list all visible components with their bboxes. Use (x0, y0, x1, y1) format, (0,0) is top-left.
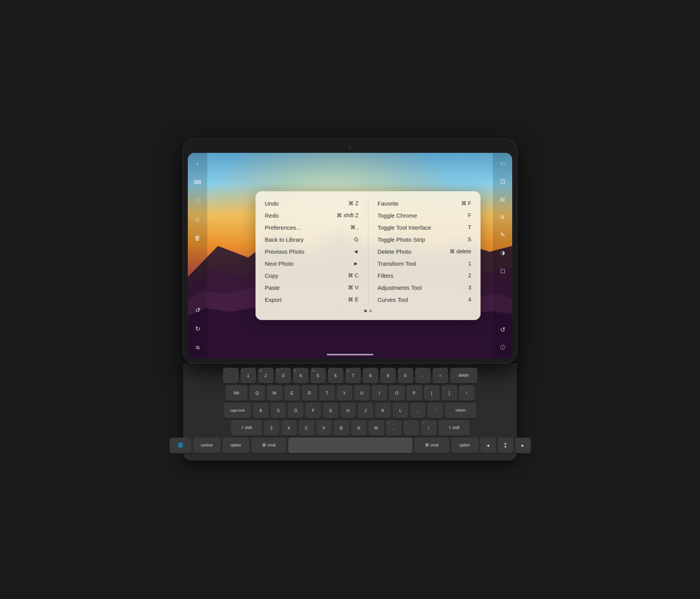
key-bracket-left[interactable]: {[ (424, 385, 440, 401)
key-shift-left[interactable]: ⇧ shift (231, 420, 262, 436)
key-5[interactable]: %5 (310, 368, 326, 383)
key-e[interactable]: E (284, 385, 300, 401)
menu-dot-2[interactable] (369, 310, 372, 312)
menu-item-redo[interactable]: Redo ⌘ shift Z (258, 209, 365, 222)
key-z[interactable]: Z (264, 420, 279, 436)
menu-item-delete-photo[interactable]: Delete Photo ⌘ delete (371, 246, 478, 258)
menu-item-back-to-library[interactable]: Back to Library G (258, 234, 365, 246)
key-space[interactable] (288, 438, 412, 453)
key-quote[interactable]: "' (428, 403, 443, 418)
key-slash[interactable]: ?/ (421, 420, 437, 436)
menu-dot-1[interactable] (364, 310, 367, 312)
key-o[interactable]: O (389, 385, 405, 401)
key-m[interactable]: M (369, 420, 384, 436)
menu-item-undo[interactable]: Undo ⌘ Z (258, 197, 365, 209)
menu-item-favorite[interactable]: Favorite ⌘ F (371, 197, 478, 209)
menu-item-paste[interactable]: Paste ⌘ V (258, 282, 365, 294)
key-x[interactable]: X (281, 420, 297, 436)
key-control[interactable]: control (193, 438, 220, 453)
trash-icon[interactable]: 🗑 (192, 233, 203, 244)
crop-icon[interactable]: ⊡ (497, 176, 508, 187)
menu-item-adjustments-tool[interactable]: Adjustments Tool 3 (371, 282, 478, 294)
key-option-left[interactable]: option (222, 438, 250, 453)
key-q[interactable]: Q (250, 385, 265, 401)
key-4[interactable]: $4 (293, 368, 308, 383)
key-cmd-right[interactable]: ⌘ cmd (414, 438, 449, 453)
key-equals[interactable]: += (433, 368, 448, 383)
key-v[interactable]: V (316, 420, 332, 436)
redo-icon[interactable]: ↻ (192, 324, 203, 334)
key-u[interactable]: U (354, 385, 370, 401)
menu-item-curves-tool[interactable]: Curves Tool 4 (371, 294, 478, 306)
key-j[interactable]: J (358, 403, 373, 418)
menu-item-toggle-tool-interface[interactable]: Toggle Tool Interface T (371, 222, 478, 234)
key-option-right[interactable]: option (451, 438, 478, 453)
key-s[interactable]: S (270, 403, 286, 418)
key-0[interactable]: )0 (398, 368, 413, 383)
sliders-icon[interactable]: ⚙ (497, 212, 508, 223)
key-semicolon[interactable]: :; (410, 403, 426, 418)
menu-item-preferences[interactable]: Preferences… ⌘ , (258, 222, 365, 234)
key-t[interactable]: T (319, 385, 335, 401)
key-w[interactable]: W (267, 385, 282, 401)
key-arrow-updown[interactable]: ▲ ▼ (498, 438, 513, 453)
heart-icon[interactable]: ♡ (192, 196, 203, 206)
layers2-icon[interactable]: ◻ (497, 265, 508, 276)
key-y[interactable]: Y (337, 385, 352, 401)
key-arrow-right[interactable]: ► (515, 438, 531, 453)
key-h[interactable]: H (340, 403, 356, 418)
key-tab[interactable]: tab (226, 385, 248, 401)
key-return[interactable]: return (445, 403, 476, 418)
menu-item-filters[interactable]: Filters 2 (371, 270, 478, 282)
key-cmd-left[interactable]: ⌘ cmd (251, 438, 286, 453)
key-globe[interactable]: 🌐 (170, 438, 191, 453)
key-backtick[interactable]: ~` (223, 368, 239, 383)
back-button[interactable]: ‹ (192, 158, 203, 169)
key-k[interactable]: K (375, 403, 391, 418)
menu-item-toggle-chrome[interactable]: Toggle Chrome F (371, 209, 478, 222)
key-b[interactable]: B (334, 420, 349, 436)
key-a[interactable]: A (253, 403, 269, 418)
key-r[interactable]: R (302, 385, 317, 401)
key-d[interactable]: D (288, 403, 303, 418)
menu-item-copy[interactable]: Copy ⌘ C (258, 270, 365, 282)
key-minus[interactable]: _- (415, 368, 431, 383)
key-shift-right[interactable]: ⇧ shift (438, 420, 470, 436)
key-1[interactable]: !1 (241, 368, 256, 383)
key-n[interactable]: N (351, 420, 367, 436)
key-caps-lock[interactable]: caps lock (224, 403, 251, 418)
menu-item-toggle-photo-strip[interactable]: Toggle Photo Strip S (371, 234, 478, 246)
key-c[interactable]: C (299, 420, 314, 436)
key-2[interactable]: @2 (258, 368, 274, 383)
key-arrow-left[interactable]: ◄ (480, 438, 496, 453)
menu-item-export[interactable]: Export ⌘ E (258, 294, 365, 306)
menu-item-next-photo[interactable]: Next Photo ► (258, 258, 365, 270)
edit-icon[interactable]: ✎ (497, 230, 508, 241)
key-bracket-right[interactable]: }] (442, 385, 457, 401)
key-9[interactable]: (9 (380, 368, 396, 383)
code-icon[interactable]: ⌨ (192, 177, 203, 188)
key-comma[interactable]: <, (386, 420, 402, 436)
key-8[interactable]: *8 (363, 368, 378, 383)
layers-icon[interactable]: ⧉ (192, 342, 203, 353)
menu-item-previous-photo[interactable]: Previous Photo ◄ (258, 246, 365, 258)
face-icon[interactable]: ☺ (192, 214, 203, 225)
key-3[interactable]: #3 (275, 368, 291, 383)
key-7[interactable]: &7 (345, 368, 361, 383)
key-g[interactable]: G (323, 403, 338, 418)
key-p[interactable]: P (407, 385, 422, 401)
key-backslash[interactable]: |\ (459, 385, 475, 401)
key-i[interactable]: I (372, 385, 387, 401)
key-f[interactable]: F (305, 403, 321, 418)
mask-icon[interactable]: ◑ (497, 248, 508, 258)
share-icon[interactable]: ↑□ (497, 158, 508, 169)
key-l[interactable]: L (393, 403, 408, 418)
key-period[interactable]: >. (404, 420, 419, 436)
panel-icon[interactable]: ▤ (497, 194, 508, 205)
menu-item-transform-tool[interactable]: Transform Tool 1 (371, 258, 478, 270)
undo2-icon[interactable]: ↺ (497, 324, 508, 335)
key-6[interactable]: ^6 (328, 368, 343, 383)
undo-icon[interactable]: ↺ (192, 305, 203, 316)
info-icon[interactable]: ⓘ (497, 342, 508, 353)
key-delete[interactable]: delete (450, 368, 477, 383)
